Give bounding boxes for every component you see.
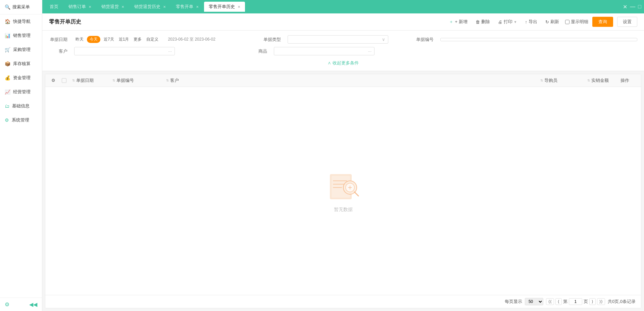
collapse-sidebar-icon[interactable]: ◀◀: [29, 301, 37, 308]
page-navigation: ⟨⟨ ⟨ 第 页 ⟩ ⟩⟩: [546, 298, 605, 305]
customer-input[interactable]: ···: [74, 47, 175, 55]
close-tab-sales-return[interactable]: ✕: [121, 5, 124, 9]
minimize-icon[interactable]: —: [630, 4, 635, 10]
delete-icon: 🗑: [476, 19, 480, 24]
th-gear[interactable]: ⚙: [48, 78, 59, 83]
date-opt-1month[interactable]: 近1月: [117, 36, 131, 43]
main-area: 首页 销售订单 ✕ 销货退货 ✕ 销货退货历史 ✕ 零售开单 ✕ 零售开单历史 …: [42, 0, 644, 311]
tab-retail-open-history[interactable]: 零售开单历史 ✕: [204, 2, 245, 12]
sort-icon-guide: ⇅: [540, 79, 543, 82]
tab-home[interactable]: 首页: [45, 2, 63, 12]
first-page-btn[interactable]: ⟨⟨: [546, 298, 554, 305]
collapse-more-btn[interactable]: ∧ 收起更多条件: [49, 59, 637, 66]
next-page-btn[interactable]: ⟩: [589, 298, 596, 305]
export-button[interactable]: ↑ 导出: [523, 17, 540, 26]
per-page-select[interactable]: 50 10 20 100: [525, 298, 543, 305]
sidebar-item-inventory[interactable]: 📦 库存核算: [0, 57, 42, 71]
tab-sales-order[interactable]: 销售订单 ✕: [64, 2, 96, 12]
date-opt-7days[interactable]: 近7天: [102, 36, 115, 43]
home-icon: 🏠: [5, 19, 10, 24]
maximize-icon[interactable]: □: [638, 4, 641, 10]
goods-label: 商品: [249, 48, 267, 54]
th-customer[interactable]: ⇅ 客户: [163, 77, 538, 84]
sidebar-item-sys-mgmt[interactable]: ⚙ 系统管理: [0, 113, 42, 127]
bill-type-label: 单据类型: [262, 37, 281, 43]
bill-type-select[interactable]: ∨: [288, 35, 388, 44]
chart-icon: 📊: [5, 33, 10, 38]
sidebar-item-purchase-mgmt[interactable]: 🛒 采购管理: [0, 43, 42, 57]
close-tab-sales-order[interactable]: ✕: [89, 5, 91, 9]
tab-retail-open[interactable]: 零售开单 ✕: [171, 2, 203, 12]
goods-input[interactable]: ···: [274, 47, 375, 55]
settings-icon[interactable]: ⚙: [5, 301, 9, 308]
date-opt-custom[interactable]: 自定义: [145, 36, 160, 43]
svg-line-7: [354, 192, 358, 196]
display-detail-checkbox[interactable]: [565, 20, 569, 24]
sidebar-item-sales-mgmt[interactable]: 📊 销售管理: [0, 29, 42, 43]
sidebar-item-quick-nav[interactable]: 🏠 快捷导航: [0, 14, 42, 29]
bill-type-arrow-icon: ∨: [382, 37, 385, 42]
sidebar-item-basic-info[interactable]: 🗂 基础信息: [0, 99, 42, 113]
date-opt-more[interactable]: 更多: [132, 36, 143, 43]
sidebar-search[interactable]: 🔍 搜索采单: [0, 0, 42, 14]
filter-area: 单据日期 昨天 今天 近7天 近1月 更多 自定义 2023-06-02 至 2…: [42, 31, 644, 71]
prev-page-btn[interactable]: ⟨: [555, 298, 562, 305]
table-body: 暂无数据: [45, 87, 641, 295]
bill-number-input[interactable]: [440, 38, 637, 41]
close-tab-retail-open-history[interactable]: ✕: [238, 5, 240, 9]
th-number[interactable]: ⇅ 单据编号: [110, 77, 163, 84]
filter-row-1: 单据日期 昨天 今天 近7天 近1月 更多 自定义 2023-06-02 至 2…: [49, 35, 637, 44]
sidebar-item-label: 采购管理: [13, 47, 31, 53]
print-icon: 🖨: [498, 19, 502, 24]
goods-dots-icon: ···: [368, 49, 371, 54]
date-options: 昨天 今天 近7天 近1月 更多 自定义: [74, 36, 160, 43]
table-header: ⚙ ⇅ 单据日期 ⇅ 单据编号 ⇅ 客户 ⇅: [45, 74, 641, 87]
empty-text: 暂无数据: [334, 207, 353, 213]
close-tab-retail-open[interactable]: ✕: [196, 5, 199, 9]
display-detail-toggle[interactable]: 显示明细: [565, 19, 588, 25]
pagination: 每页显示 50 10 20 100 ⟨⟨ ⟨ 第 页 ⟩ ⟩⟩ 共0页,0条记录: [45, 295, 641, 308]
empty-illustration: [323, 169, 363, 203]
delete-button[interactable]: 🗑 删除: [474, 17, 492, 26]
current-page-input[interactable]: [569, 298, 582, 305]
sort-icon-date: ⇅: [72, 79, 75, 82]
toolbar: ＋ + 新增 🗑 删除 🖨 打印 ▼ ↑ 导出 ↻: [447, 17, 637, 27]
ops-icon: 📈: [5, 89, 10, 95]
tab-bar-right: ✕ — □: [623, 4, 641, 10]
bill-number-label: 单据编号: [415, 37, 434, 43]
th-guide[interactable]: ⇅ 导购员: [538, 77, 571, 84]
date-range-display: 2023-06-02 至 2023-06-02: [168, 37, 215, 42]
sys-icon: ⚙: [5, 117, 9, 123]
close-window-icon[interactable]: ✕: [623, 4, 627, 10]
sort-icon-number: ⇅: [112, 79, 115, 82]
search-icon: 🔍: [5, 4, 10, 10]
customer-label: 客户: [49, 48, 67, 54]
th-amount[interactable]: ⇅ 实销金额: [571, 77, 611, 84]
sidebar-item-label: 经营管理: [13, 89, 31, 95]
sidebar-item-label: 系统管理: [12, 117, 29, 123]
money-icon: 💰: [5, 75, 10, 81]
date-opt-yesterday[interactable]: 昨天: [74, 36, 85, 43]
add-button[interactable]: ＋ + 新增: [447, 17, 469, 26]
tab-sales-return-history[interactable]: 销货退货历史 ✕: [130, 2, 170, 12]
cart-icon: 🛒: [5, 47, 10, 52]
select-all-checkbox[interactable]: [62, 78, 66, 83]
tab-sales-return[interactable]: 销货退货 ✕: [97, 2, 129, 12]
close-tab-sales-return-history[interactable]: ✕: [163, 5, 166, 9]
table-area: ⚙ ⇅ 单据日期 ⇅ 单据编号 ⇅ 客户 ⇅: [45, 74, 641, 308]
refresh-icon: ↻: [545, 19, 549, 24]
date-filter-label: 单据日期: [49, 37, 67, 43]
sidebar-item-finance[interactable]: 💰 资金管理: [0, 71, 42, 85]
date-opt-today[interactable]: 今天: [87, 36, 100, 43]
sidebar-item-operations[interactable]: 📈 经营管理: [0, 85, 42, 99]
refresh-button[interactable]: ↻ 刷新: [543, 17, 561, 26]
th-date[interactable]: ⇅ 单据日期: [69, 77, 110, 84]
query-button[interactable]: 查询: [592, 17, 613, 27]
sort-icon-customer: ⇅: [166, 79, 169, 82]
settings-button[interactable]: 设置: [617, 17, 637, 27]
add-icon: ＋: [449, 19, 453, 25]
sidebar-item-label: 资金管理: [13, 75, 31, 81]
sidebar: 🔍 搜索采单 🏠 快捷导航 📊 销售管理 🛒 采购管理 📦 库存核算 💰 资金管…: [0, 0, 42, 311]
last-page-btn[interactable]: ⟩⟩: [597, 298, 605, 305]
print-button[interactable]: 🖨 打印 ▼: [496, 17, 519, 26]
